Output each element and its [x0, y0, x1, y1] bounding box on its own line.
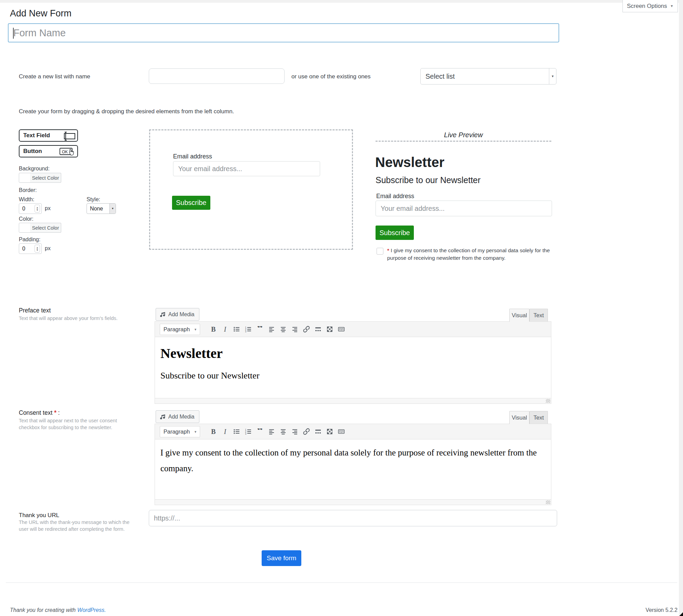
chevron-down-icon: ▼ [111, 207, 114, 210]
more-tag-icon [315, 326, 321, 333]
screen-options-label: Screen Options [627, 3, 667, 10]
chevron-down-icon: ▼ [670, 4, 673, 8]
preface-editor: Paragraph ▼ B I 1 2 3 “ [155, 321, 551, 404]
visual-tab[interactable]: Visual [509, 309, 529, 322]
draggable-button-element[interactable]: Button OK [19, 145, 78, 157]
blockquote-icon: “ [257, 326, 263, 332]
bulleted-list-button[interactable] [231, 426, 242, 437]
text-tab[interactable]: Text [529, 309, 548, 322]
numbered-list-icon: 1 2 3 [245, 326, 252, 333]
blockquote-icon: “ [257, 428, 263, 435]
wordpress-link[interactable]: WordPress. [77, 607, 106, 613]
blockquote-button[interactable]: “ [254, 324, 266, 335]
align-left-icon [268, 326, 275, 333]
text-field-label: Text Field [23, 132, 50, 139]
footer-divider [6, 582, 677, 583]
draggable-text-field-element[interactable]: Text Field [19, 129, 78, 142]
editor-resize-handle[interactable] [546, 399, 550, 403]
visual-tab[interactable]: Visual [509, 411, 529, 424]
chevron-down-icon: ▼ [551, 75, 554, 78]
media-icon [159, 311, 166, 318]
italic-button[interactable]: I [219, 426, 231, 437]
border-select-color-button[interactable]: Select Color [30, 223, 61, 233]
align-center-button[interactable] [277, 426, 289, 437]
toolbar-toggle-button[interactable] [336, 426, 347, 437]
insert-more-tag-button[interactable] [312, 426, 324, 437]
align-center-button[interactable] [277, 324, 289, 335]
thank-you-url-label: Thank you URL [19, 512, 59, 519]
button-element-label: Button [23, 148, 42, 155]
footer-thanks-text: Thank you for creating with [10, 607, 76, 613]
new-list-name-input[interactable] [149, 68, 285, 84]
link-icon [303, 326, 310, 333]
fullscreen-button[interactable] [324, 324, 336, 335]
align-right-button[interactable] [289, 324, 301, 335]
align-right-button[interactable] [289, 426, 301, 437]
bold-icon: B [211, 428, 215, 436]
consent-checkbox[interactable] [377, 248, 383, 255]
select-arrow-zone: ▼ [109, 204, 116, 214]
background-select-color-button[interactable]: Select Color [30, 173, 61, 183]
padding-value: 0 [22, 244, 25, 254]
italic-icon: I [224, 428, 226, 436]
align-left-icon [268, 428, 275, 435]
bold-icon: B [211, 325, 215, 333]
existing-list-select[interactable]: Select list ▼ [420, 68, 556, 85]
align-left-button[interactable] [266, 426, 277, 437]
preview-email-input[interactable] [376, 201, 552, 216]
thank-you-url-input[interactable] [149, 510, 557, 526]
border-color-swatch[interactable] [19, 223, 30, 233]
insert-link-button[interactable] [301, 324, 312, 335]
screen-options-button[interactable]: Screen Options ▼ [622, 0, 678, 12]
padding-input[interactable]: 0 ▴ ▾ [19, 243, 42, 254]
bold-button[interactable]: B [208, 324, 219, 335]
more-tag-icon [315, 428, 321, 435]
border-style-label: Style: [87, 196, 100, 203]
paragraph-format-select[interactable]: Paragraph ▼ [160, 324, 200, 335]
preview-subheading: Subscribe to our Newsletter [376, 175, 481, 185]
number-stepper[interactable]: ▴ ▾ [35, 205, 40, 213]
consent-text-label: Consent text * : [19, 409, 60, 416]
existing-list-select-value: Select list [425, 68, 455, 84]
paragraph-format-select[interactable]: Paragraph ▼ [160, 426, 200, 437]
form-name-input[interactable] [8, 23, 559, 42]
border-style-select[interactable]: None ▼ [87, 203, 116, 214]
preface-editor-content[interactable]: Newsletter Subscribe to our Newsletter [155, 337, 551, 398]
italic-button[interactable]: I [219, 324, 231, 335]
align-left-button[interactable] [266, 324, 277, 335]
border-width-input[interactable]: 0 ▴ ▾ [19, 203, 42, 214]
toolbar-toggle-button[interactable] [336, 324, 347, 335]
dropzone-email-input[interactable] [173, 161, 320, 176]
dropzone-subscribe-button[interactable]: Subscribe [172, 196, 210, 210]
blockquote-button[interactable]: “ [254, 426, 266, 437]
align-center-icon [280, 428, 287, 435]
insert-more-tag-button[interactable] [312, 324, 324, 335]
add-media-button[interactable]: Add Media [156, 308, 199, 321]
fullscreen-icon [326, 326, 333, 333]
preview-subscribe-button[interactable]: Subscribe [376, 226, 414, 240]
top-gray-strip [0, 0, 683, 3]
form-drop-zone[interactable] [149, 129, 353, 250]
add-media-button[interactable]: Add Media [156, 410, 199, 423]
consent-editor-content[interactable]: I give my consent to the collection of m… [155, 439, 551, 499]
editor-toolbar: Paragraph ▼ B I 1 2 3 “ [155, 424, 551, 439]
bulleted-list-icon [233, 326, 240, 333]
editor-resize-handle[interactable] [546, 500, 550, 504]
numbered-list-button[interactable]: 1 2 3 [242, 426, 254, 437]
dropzone-email-label: Email address [173, 153, 212, 160]
svg-text:3: 3 [245, 330, 247, 333]
save-form-button[interactable]: Save form [262, 550, 301, 566]
background-color-swatch[interactable] [19, 173, 30, 183]
preface-text-label: Preface text [19, 307, 51, 314]
bulleted-list-button[interactable] [231, 324, 242, 335]
numbered-list-button[interactable]: 1 2 3 [242, 324, 254, 335]
preview-dashed-divider [376, 141, 551, 142]
italic-icon: I [224, 325, 226, 333]
text-tab[interactable]: Text [529, 411, 548, 424]
footer-thanks: Thank you for creating withWordPress. [10, 607, 106, 613]
border-label: Border: [19, 187, 37, 193]
fullscreen-button[interactable] [324, 426, 336, 437]
insert-link-button[interactable] [301, 426, 312, 437]
bold-button[interactable]: B [208, 426, 219, 437]
number-stepper[interactable]: ▴ ▾ [35, 245, 40, 253]
